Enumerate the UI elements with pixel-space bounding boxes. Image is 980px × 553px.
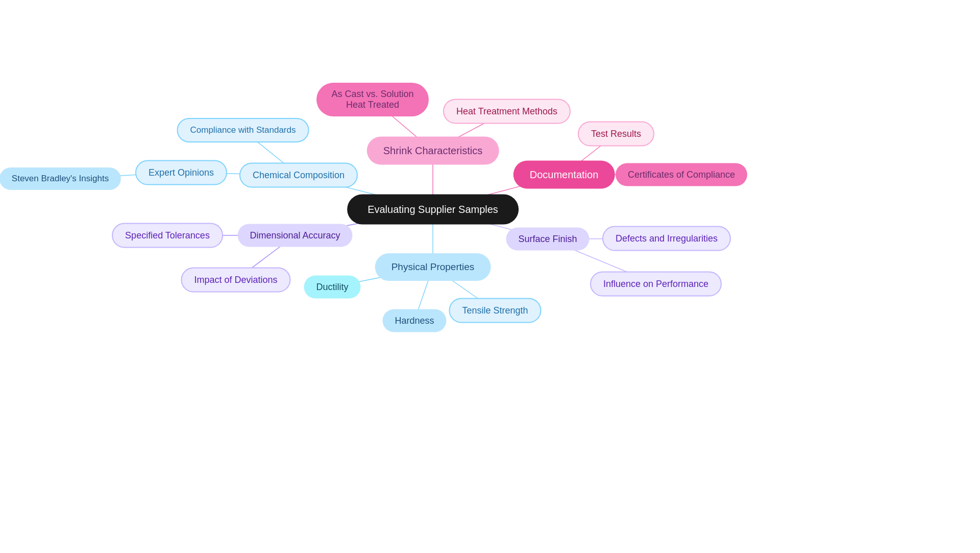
tensile-strength-node[interactable]: Tensile Strength [449, 298, 541, 323]
compliance-node[interactable]: Compliance with Standards [177, 118, 309, 142]
certificates-node[interactable]: Certificates of Compliance [616, 163, 747, 186]
ductility-node[interactable]: Ductility [304, 276, 360, 299]
center-node[interactable]: Evaluating Supplier Samples [347, 195, 519, 225]
steven-bradley-node[interactable]: Steven Bradley's Insights [0, 167, 121, 190]
surface-finish-node[interactable]: Surface Finish [506, 228, 589, 251]
test-results-node[interactable]: Test Results [578, 122, 654, 147]
heat-treatment-node[interactable]: Heat Treatment Methods [443, 99, 571, 124]
hardness-node[interactable]: Hardness [382, 309, 446, 332]
as-cast-node[interactable]: As Cast vs. Solution Heat Treated [316, 83, 429, 116]
documentation-node[interactable]: Documentation [513, 161, 615, 189]
impact-deviations-node[interactable]: Impact of Deviations [181, 268, 290, 293]
defects-node[interactable]: Defects and Irregularities [602, 226, 731, 251]
shrink-characteristics-node[interactable]: Shrink Characteristics [367, 137, 499, 165]
connections-svg [0, 0, 980, 553]
chemical-composition-node[interactable]: Chemical Composition [239, 163, 358, 188]
expert-opinions-node[interactable]: Expert Opinions [135, 160, 227, 185]
dimensional-accuracy-node[interactable]: Dimensional Accuracy [237, 224, 352, 247]
mind-map: Evaluating Supplier Samples Shrink Chara… [0, 0, 980, 553]
influence-node[interactable]: Influence on Performance [590, 272, 722, 297]
specified-tolerances-node[interactable]: Specified Tolerances [112, 223, 223, 248]
physical-properties-node[interactable]: Physical Properties [375, 253, 491, 281]
